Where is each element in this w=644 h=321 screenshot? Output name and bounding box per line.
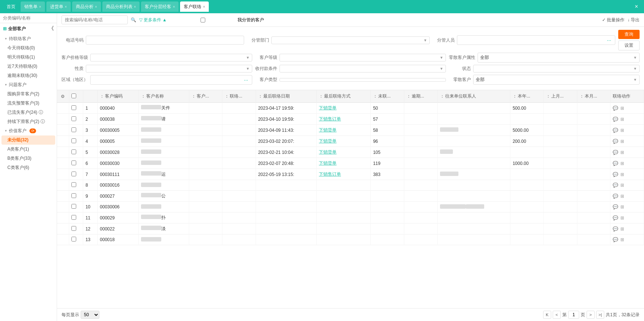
th-overdue[interactable]: ：逾期... [404, 90, 437, 103]
th-this-month[interactable]: ：本月... [577, 90, 610, 103]
customer-level-select[interactable]: ▼ [279, 54, 446, 61]
tab-purchase[interactable]: 进货单 × [46, 1, 71, 12]
td-check[interactable] [69, 234, 83, 245]
more-conditions-btn[interactable]: ▽ 更多条件 ▲ [139, 17, 167, 23]
sidebar-group-value[interactable]: ▼ 价值客户 ⟳ [0, 126, 57, 135]
sidebar-item-c-class[interactable]: C类客户(6) [0, 163, 57, 172]
last-page-btn[interactable]: >| [596, 311, 604, 319]
sidebar-item-overdue[interactable]: 逾期未联络(30) [0, 71, 57, 80]
th-type[interactable]: ：客户... [189, 90, 222, 103]
row-checkbox[interactable] [71, 226, 76, 231]
chat-icon[interactable]: 💬 [613, 106, 618, 111]
sidebar-item-7days[interactable]: 近7天待联络(0) [0, 62, 57, 71]
chat-icon[interactable]: 💬 [613, 172, 618, 177]
td-check[interactable] [69, 191, 83, 202]
th-contact[interactable]: ：联络... [222, 90, 256, 103]
sidebar-search-input[interactable] [3, 15, 57, 21]
grid-icon[interactable]: ⊞ [620, 237, 624, 242]
region-ellipsis-icon[interactable]: ··· [242, 77, 250, 83]
retail-attr-select[interactable]: 全部 ▼ [478, 53, 640, 63]
td-check[interactable] [69, 169, 83, 180]
contact-method-link[interactable]: 下销售订单 [319, 172, 341, 177]
search-icon[interactable]: 🔍 [131, 17, 136, 22]
tab-customer-contact[interactable]: 客户联络 × [180, 1, 209, 12]
td-check[interactable] [69, 136, 83, 147]
row-checkbox[interactable] [71, 172, 76, 176]
customer-type-select[interactable] [279, 78, 446, 82]
chat-icon[interactable]: 💬 [613, 226, 618, 232]
row-checkbox[interactable] [71, 127, 76, 132]
person-select[interactable]: ··· [457, 35, 615, 45]
th-name[interactable]: ：客户名称 [138, 90, 189, 103]
grid-icon[interactable]: ⊞ [620, 161, 624, 166]
contact-method-link[interactable]: 下销货单 [319, 149, 337, 155]
tab-home[interactable]: 首页 [3, 1, 19, 12]
sidebar-item-tomorrow[interactable]: 明天待联络(1) [0, 53, 57, 62]
td-check[interactable] [69, 212, 83, 223]
sidebar-group-pending[interactable]: ▼ 待联络客户 [0, 34, 57, 43]
contact-method-link[interactable]: 下销货单 [319, 160, 337, 166]
retail-customer-select[interactable]: 全部 ▼ [473, 75, 640, 85]
td-check[interactable] [69, 103, 83, 114]
tab-product-analysis-list-close[interactable]: × [134, 5, 136, 9]
sidebar-item-today[interactable]: 今天待联络(0) [0, 43, 57, 53]
chat-icon[interactable]: 💬 [613, 161, 618, 166]
row-checkbox[interactable] [71, 215, 76, 220]
tab-customer-segment[interactable]: 客户分层经客 × [141, 1, 179, 12]
chat-icon[interactable]: 💬 [613, 128, 618, 133]
tab-customer-segment-close[interactable]: × [173, 5, 175, 9]
th-uncontacted[interactable]: ：未联... [371, 90, 404, 103]
person-ellipsis-icon[interactable]: ··· [605, 37, 613, 43]
phone-input[interactable] [86, 36, 244, 45]
tab-product-analysis[interactable]: 商品分析 × [72, 1, 101, 12]
search-input[interactable] [61, 15, 128, 24]
td-check[interactable] [69, 180, 83, 191]
region-select[interactable]: ··· [90, 75, 252, 85]
my-customers-checkbox-label[interactable]: 我分管的客户 [170, 17, 264, 23]
grid-icon[interactable]: ⊞ [620, 172, 624, 177]
td-check[interactable] [69, 158, 83, 169]
status-select[interactable]: ▼ [473, 65, 640, 73]
sidebar-item-declining[interactable]: 持续下滑客户(2) ⓘ [0, 117, 57, 126]
first-page-btn[interactable]: K [543, 311, 551, 319]
sidebar-group-problem[interactable]: ▼ 问题客户 [0, 80, 57, 89]
row-checkbox[interactable] [71, 182, 76, 187]
tab-sales[interactable]: 销售单 × [21, 1, 45, 12]
sidebar-item-ungrouped[interactable]: 未分组(32) [1, 135, 55, 145]
row-checkbox[interactable] [71, 193, 76, 198]
price-level-select[interactable]: ▼ [90, 54, 252, 61]
grid-icon[interactable]: ⊞ [620, 117, 624, 122]
next-page-btn[interactable]: > [587, 311, 595, 319]
th-code[interactable]: ：客户编码 [98, 90, 138, 103]
contact-method-link[interactable]: 下销货单 [319, 127, 337, 133]
grid-icon[interactable]: ⊞ [620, 106, 624, 111]
chat-icon[interactable]: 💬 [613, 183, 618, 188]
grid-icon[interactable]: ⊞ [620, 139, 624, 144]
tab-customer-contact-close[interactable]: × [203, 5, 205, 9]
td-check[interactable] [69, 202, 83, 212]
grid-icon[interactable]: ⊞ [620, 183, 624, 188]
th-last-month[interactable]: ：上月... [543, 90, 577, 103]
gender-select[interactable]: ▼ [86, 65, 252, 73]
contact-method-link[interactable]: 下销货单 [319, 138, 337, 144]
prev-page-btn[interactable]: < [553, 311, 561, 319]
grid-icon[interactable]: ⊞ [620, 215, 624, 221]
all-customers-header[interactable]: ⊞ 全部客户 《 [0, 23, 57, 34]
row-checkbox[interactable] [71, 116, 76, 121]
batch-ops-btn[interactable]: ✓ 批量操作 [602, 17, 624, 23]
tab-sales-close[interactable]: × [39, 5, 41, 9]
select-all-checkbox[interactable] [71, 94, 76, 98]
td-check[interactable] [69, 125, 83, 136]
export-btn[interactable]: ↓ 导出 [627, 17, 640, 23]
contact-method-link[interactable]: 下销售订单 [319, 116, 341, 121]
contact-method-link[interactable]: 下销货单 [319, 105, 337, 110]
grid-icon[interactable]: ⊞ [620, 150, 624, 155]
row-checkbox[interactable] [71, 138, 76, 143]
window-close-btn[interactable]: × [632, 3, 641, 10]
sidebar-item-loss-warning[interactable]: 流失预警客户(3) [0, 99, 57, 108]
tab-product-analysis-list[interactable]: 商品分析列表 × [102, 1, 140, 12]
page-number-input[interactable] [568, 311, 579, 319]
my-customers-checkbox[interactable] [170, 18, 236, 22]
td-check[interactable] [69, 114, 83, 125]
row-checkbox[interactable] [71, 149, 76, 154]
